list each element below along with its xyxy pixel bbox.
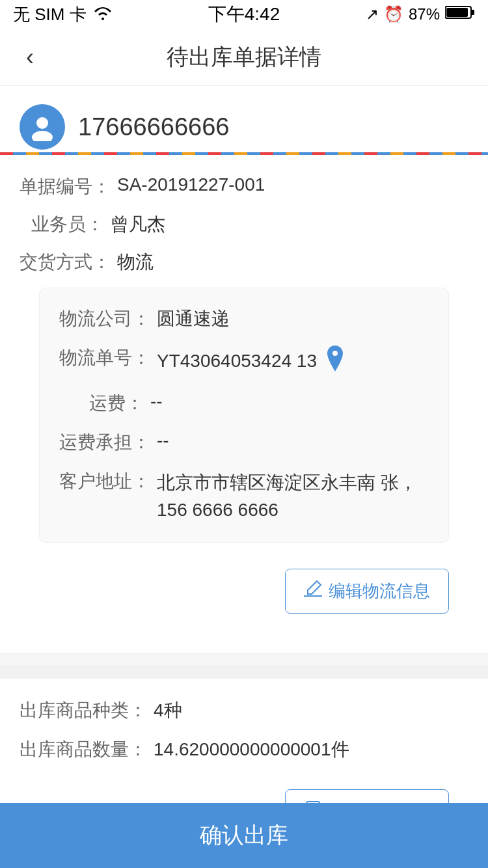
goods-quantity-row: 出库商品数量： 14.620000000000001件 — [20, 737, 468, 762]
freight-bearer-value: -- — [157, 430, 429, 451]
order-number-value: SA-20191227-001 — [117, 174, 468, 195]
freight-row: 运费： -- — [59, 391, 429, 416]
freight-bearer-row: 运费承担： -- — [59, 430, 429, 455]
logistics-company-label: 物流公司： — [59, 306, 157, 331]
goods-quantity-value: 14.620000000000001件 — [154, 737, 468, 762]
address-label: 客户地址： — [59, 469, 157, 494]
status-bar-right: ↗ ⏰ 87% — [366, 5, 475, 23]
edit-logistics-button[interactable]: 编辑物流信息 — [285, 569, 449, 614]
svg-point-3 — [36, 117, 48, 129]
svg-rect-1 — [471, 10, 474, 15]
confirm-button-area[interactable]: 确认出库 — [0, 803, 488, 868]
tracking-location-icon[interactable] — [325, 346, 346, 377]
edit-logistics-area: 编辑物流信息 — [20, 556, 468, 633]
address-value: 北京市市辖区海淀区永丰南 张，156 6666 6666 — [157, 469, 429, 524]
edit-logistics-label: 编辑物流信息 — [329, 580, 430, 603]
svg-point-4 — [32, 131, 53, 141]
location-icon: ↗ — [366, 5, 379, 23]
edit-icon — [304, 580, 322, 603]
battery-text: 87% — [409, 5, 440, 23]
section-separator — [0, 666, 488, 679]
carrier-text: 无 SIM 卡 — [13, 3, 87, 26]
logistics-tracking-row: 物流单号： YT43064053424 13 — [59, 346, 429, 377]
confirm-button-label: 确认出库 — [200, 821, 288, 850]
freight-bearer-label: 运费承担： — [59, 430, 157, 455]
logistics-card: 物流公司： 圆通速递 物流单号： YT43064053424 13 运费： -- — [39, 288, 449, 543]
sales-person-label: 业务员： — [20, 212, 111, 237]
page-title: 待出库单据详情 — [167, 42, 321, 72]
nav-bar: ‹ 待出库单据详情 — [0, 29, 488, 86]
order-info-section: 单据编号： SA-20191227-001 业务员： 曾凡杰 交货方式： 物流 … — [0, 155, 488, 653]
avatar — [20, 104, 65, 150]
logistics-tracking-label: 物流单号： — [59, 346, 157, 370]
goods-type-value: 4种 — [154, 698, 468, 723]
order-number-row: 单据编号： SA-20191227-001 — [20, 174, 468, 199]
sales-person-value: 曾凡杰 — [111, 212, 468, 237]
main-content: 17666666666 单据编号： SA-20191227-001 业务员： 曾… — [0, 86, 488, 868]
freight-value: -- — [150, 391, 429, 412]
status-bar-time: 下午4:42 — [208, 2, 280, 27]
status-bar-left: 无 SIM 卡 — [13, 3, 113, 26]
freight-label: 运费： — [59, 391, 150, 416]
delivery-method-value: 物流 — [117, 250, 468, 275]
sales-person-row: 业务员： 曾凡杰 — [20, 212, 468, 237]
order-number-label: 单据编号： — [20, 174, 117, 199]
back-button[interactable]: ‹ — [20, 37, 40, 77]
logistics-company-value: 圆通速递 — [157, 306, 429, 331]
goods-quantity-label: 出库商品数量： — [20, 737, 154, 762]
logistics-company-row: 物流公司： 圆通速递 — [59, 306, 429, 331]
dashed-divider — [0, 150, 488, 155]
user-section: 17666666666 — [0, 86, 488, 150]
svg-rect-5 — [304, 595, 322, 597]
goods-type-row: 出库商品种类： 4种 — [20, 698, 468, 723]
svg-rect-2 — [446, 8, 468, 17]
delivery-method-label: 交货方式： — [20, 250, 117, 275]
goods-type-label: 出库商品种类： — [20, 698, 154, 723]
delivery-method-row: 交货方式： 物流 — [20, 250, 468, 275]
logistics-tracking-value: YT43064053424 13 — [157, 346, 429, 377]
alarm-icon: ⏰ — [384, 5, 403, 23]
status-bar: 无 SIM 卡 下午4:42 ↗ ⏰ 87% — [0, 0, 488, 29]
battery-icon — [445, 5, 475, 23]
wifi-icon — [93, 5, 113, 25]
address-row: 客户地址： 北京市市辖区海淀区永丰南 张，156 6666 6666 — [59, 469, 429, 524]
user-phone: 17666666666 — [78, 113, 229, 141]
